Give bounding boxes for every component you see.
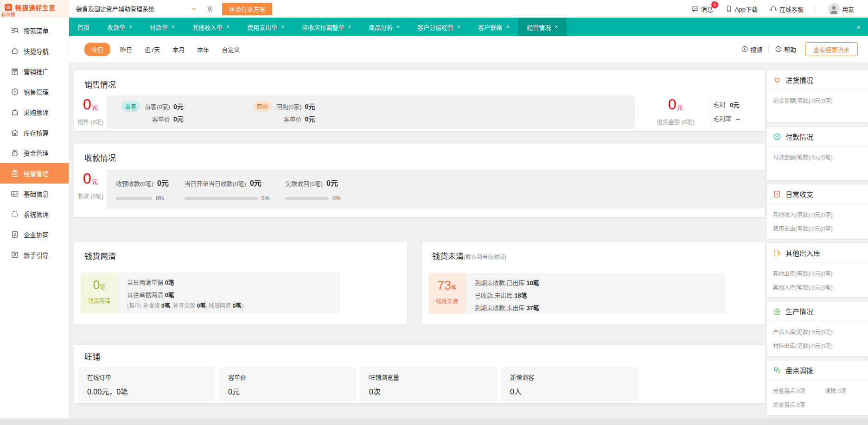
range-filter-4[interactable]: 本年 [197, 45, 209, 54]
tab-2[interactable]: 付款单× [141, 18, 184, 36]
messages-badge: 6 [711, 1, 718, 8]
sidebar-item-warehouse[interactable]: 库存核算 [0, 122, 69, 143]
trial-solution-button[interactable]: 体验行业方案 [222, 3, 272, 15]
tab-9[interactable]: 经营情况× [518, 18, 567, 36]
sidebar-item-system[interactable]: 系统管理 [0, 204, 69, 224]
panel-header-yen-circle[interactable]: ¥ 付款情况 [767, 127, 868, 146]
range-filter-5[interactable]: 自定义 [222, 45, 240, 54]
range-filter-2[interactable]: 近7天 [145, 45, 160, 54]
user-menu[interactable]: 用友 [828, 3, 854, 15]
shop-stat-2: 旺铺浏览量0次 [360, 367, 497, 401]
panel-header-cart[interactable]: 进货情况 [767, 70, 868, 90]
svg-text:¥: ¥ [14, 152, 16, 155]
sidebar-item-search[interactable]: 搜索菜单 [0, 20, 69, 41]
panel-row: 产品入库(笔数):0元(0笔) [773, 328, 862, 336]
tab-label: 客户分层经营 [417, 23, 453, 32]
metric-value: 0元 [326, 179, 338, 187]
tab-1[interactable]: 收款单× [98, 18, 141, 36]
tab-close-icon[interactable]: × [226, 24, 230, 30]
tab-close-icon[interactable]: × [172, 24, 175, 30]
collab-icon [11, 230, 19, 239]
tab-close-icon[interactable]: × [348, 24, 351, 30]
tab-7[interactable]: 客户分层经营× [408, 18, 469, 36]
topbar-divider [816, 6, 816, 13]
side-panel-cart: 进货情况 进货金额(笔数):0元(0笔) [767, 70, 868, 122]
message-bubble-icon [691, 5, 699, 13]
panel-header-yen-doc[interactable]: ¥ 日常收支 [767, 184, 868, 204]
tab-label: 商品分析 [369, 23, 393, 32]
tab-close-icon[interactable]: × [555, 24, 558, 30]
tab-close-icon[interactable]: × [457, 24, 460, 30]
warehouse-icon [11, 128, 19, 137]
sidebar-item-label: 资金管理 [24, 148, 49, 158]
sidebar-item-sell[interactable]: ¥销售管理 [0, 82, 69, 102]
online-support-button[interactable]: 在线客服 [770, 5, 804, 13]
tab-close-icon[interactable]: × [129, 24, 132, 30]
unsettled-lines: 到期未收款,已出库 18笔已收款,未出库 18笔到期未收款,未出库 37笔 [466, 273, 539, 314]
metric-label: 当日开单当日收款(0笔) [185, 180, 246, 187]
tab-close-icon[interactable]: × [396, 24, 400, 30]
tab-4[interactable]: 费用支出单× [238, 18, 293, 36]
panel-row: 其他收入(笔数):0元(0笔) [773, 210, 862, 218]
shop-stat-value: 0.00元，0笔 [87, 386, 215, 397]
panel-row: 进货金额(笔数):0元(0笔) [773, 96, 862, 104]
repeat-customer-value: 0元 [305, 101, 315, 111]
sidebar-menu: 搜索菜单快捷导航营销推广¥销售管理采购管理库存核算¥资金管理经营管理A基础信息系… [0, 18, 69, 419]
sidebar-item-moneybag[interactable]: ¥资金管理 [0, 143, 69, 163]
tab-close-icon[interactable]: × [281, 24, 284, 30]
detail-line: 当日两清单据 0笔 [127, 278, 243, 286]
side-panel-doc-arrow: 其他出入库 其他出库(笔数):0元(0笔)其他入库(笔数):0元(0笔) [767, 243, 868, 297]
settled-count-value: 0笔 [81, 279, 118, 294]
range-filter-0[interactable]: 今日 [84, 43, 110, 56]
person-icon [828, 3, 840, 15]
messages-button[interactable]: 消息 6 [691, 5, 713, 13]
sidebar-item-label: 系统管理 [24, 209, 49, 219]
settled-box: 0笔 钱货两清 当日两清单据 0笔以往单据两清 0笔(其中: 补发货 0笔, 补… [81, 273, 339, 313]
panel-row: 付款金额(笔数):0元(0笔) [773, 153, 862, 161]
panel-header-doc-arrow[interactable]: 其他出入库 [767, 243, 868, 263]
sidebar-item-bag[interactable]: 采购管理 [0, 102, 69, 122]
shop-stat-label: 客单价 [228, 373, 356, 381]
tab-6[interactable]: 商品分析× [360, 18, 408, 36]
sidebar-item-label: 企业协同 [24, 230, 49, 239]
gross-profit-value: 0元 [730, 101, 739, 108]
tabbar-close-icon[interactable]: × [856, 23, 861, 31]
bottom-scrollbar-track[interactable] [0, 419, 868, 425]
panel-header-transfer[interactable]: 盘点调拨 [767, 361, 868, 380]
tab-8[interactable]: 客户联络× [469, 18, 518, 36]
range-filter-1[interactable]: 昨日 [120, 45, 132, 54]
gear-icon[interactable] [206, 5, 214, 13]
sidebar-item-guide[interactable]: 新手引导 [0, 245, 69, 265]
system-select[interactable]: 装备及固定资产辅助管理系统 [76, 3, 198, 15]
progress-percent: 0% [262, 195, 269, 202]
panel-header-factory[interactable]: 生产情况 [767, 302, 868, 321]
detail-line: 到期未收款,已出库 18笔 [475, 278, 539, 287]
panel-stat: 其他入库(笔数):0元(0笔) [773, 283, 833, 291]
tab-close-icon[interactable]: × [506, 24, 509, 30]
panel-stat: 产品入库(笔数):0元(0笔) [773, 328, 833, 336]
sidebar-item-label: 销售管理 [24, 87, 49, 96]
shop-stat-3: 新增潜客0人 [501, 367, 638, 401]
range-filter-3[interactable]: 本月 [172, 45, 185, 54]
panel-title: 盘点调拨 [785, 365, 813, 375]
sales-total-label: 销售 (0笔) [74, 117, 107, 126]
sales-return-label: 退货金额 (0笔) [640, 117, 711, 126]
sidebar-item-clipboard[interactable]: 经营管理 [0, 163, 69, 184]
sales-total-metric: 0元 销售 (0笔) [74, 95, 107, 129]
sidebar-item-home[interactable]: 快捷导航 [0, 41, 69, 61]
sidebar-item-idcard[interactable]: A基础信息 [0, 184, 69, 204]
app-download-button[interactable]: App下载 [725, 5, 758, 13]
metric-value: 0元 [250, 179, 262, 187]
tab-3[interactable]: 其他收入单× [184, 18, 238, 36]
tab-label: 首页 [77, 23, 89, 32]
tab-5[interactable]: 应收应付调整单× [293, 18, 360, 36]
help-link[interactable]: ? 帮助 [775, 45, 796, 54]
tab-home[interactable]: 首页 [69, 18, 98, 36]
clipboard-icon [11, 169, 19, 178]
video-link[interactable]: 视频 [741, 45, 762, 54]
sidebar-item-gift[interactable]: 营销推广 [0, 61, 69, 82]
unsettled-card: 钱货未清(截止到当前时间) 73笔 钱货未清 到期未收款,已出库 18笔已收款,… [422, 242, 765, 324]
sales-card: 销售情况 0元 销售 (0笔) 首客 首客(0家) 0元 客单价 0元 [74, 70, 765, 131]
view-business-flow-button[interactable]: 查看经营流水 [805, 42, 858, 56]
sidebar-item-collab[interactable]: 企业协同 [0, 224, 69, 245]
